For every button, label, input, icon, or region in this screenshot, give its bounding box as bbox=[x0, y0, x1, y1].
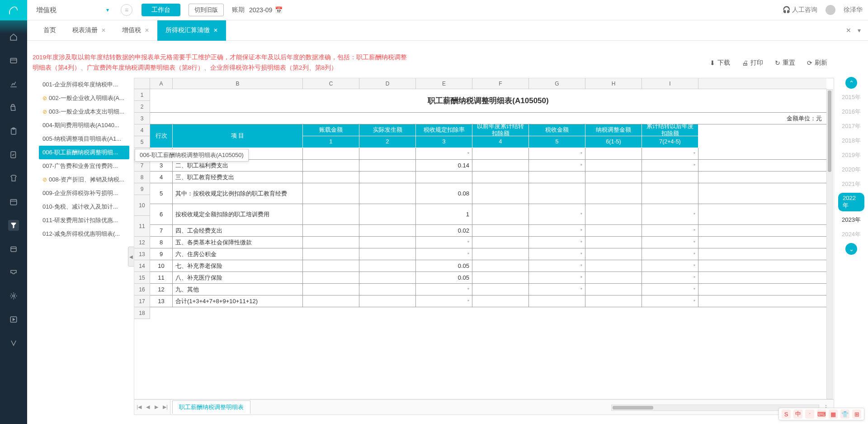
chart-icon[interactable] bbox=[8, 79, 19, 90]
cell[interactable] bbox=[359, 295, 416, 307]
cell[interactable] bbox=[585, 248, 642, 260]
row-header[interactable]: 10 bbox=[134, 195, 150, 216]
form-item[interactable]: ⊘008-资产折旧、摊销及纳税... bbox=[39, 173, 129, 186]
ime-button[interactable]: ⊞ bbox=[852, 410, 861, 419]
cell[interactable]: 0.05 bbox=[416, 260, 472, 272]
collapse-handle[interactable]: ◀ bbox=[128, 247, 134, 267]
cell[interactable] bbox=[472, 237, 529, 248]
print-button[interactable]: 🖨 打印 bbox=[742, 59, 763, 67]
form-item[interactable]: 007-广告费和业务宣传费跨... bbox=[39, 159, 129, 173]
cell-project[interactable]: 八、补充医疗保险 bbox=[173, 272, 303, 283]
cell[interactable] bbox=[303, 148, 359, 159]
year-item[interactable]: 2023年 bbox=[842, 214, 861, 226]
cell[interactable] bbox=[303, 295, 359, 307]
cell-rownum[interactable]: 8 bbox=[150, 237, 173, 248]
cell[interactable]: * bbox=[642, 284, 698, 295]
cell[interactable] bbox=[472, 272, 529, 283]
cell[interactable] bbox=[472, 160, 529, 171]
form-item[interactable]: 009-企业所得税弥补亏损明... bbox=[39, 186, 129, 200]
cell-project[interactable]: 七、补充养老保险 bbox=[173, 260, 303, 272]
cell-rownum[interactable]: 9 bbox=[150, 248, 173, 260]
year-item[interactable]: 2019年 bbox=[842, 149, 861, 161]
tax-type-selector[interactable]: 增值税▾ bbox=[33, 6, 113, 14]
cell[interactable] bbox=[585, 160, 642, 171]
cell[interactable] bbox=[585, 183, 642, 204]
cell[interactable] bbox=[642, 172, 698, 183]
avatar[interactable] bbox=[826, 5, 835, 15]
form-item[interactable]: ⊘002-一般企业收入明细表(A... bbox=[39, 91, 129, 105]
cell-rownum[interactable]: 5 bbox=[150, 183, 173, 204]
consult-link[interactable]: 🎧 人工咨询 bbox=[783, 6, 817, 14]
tab-close-icon[interactable]: ✕ bbox=[145, 27, 149, 33]
ime-button[interactable]: 中 bbox=[793, 410, 802, 419]
cell[interactable]: * bbox=[416, 284, 472, 295]
cell[interactable] bbox=[472, 260, 529, 272]
cell-project[interactable]: 其中：按税收规定比例扣除的职工教育经费 bbox=[173, 183, 303, 204]
workbench-button[interactable]: 工作台 bbox=[142, 4, 180, 16]
cell[interactable]: * bbox=[642, 237, 698, 248]
form-item[interactable]: 011-研发费用加计扣除优惠... bbox=[39, 214, 129, 227]
year-scroll-down[interactable]: ⌄ bbox=[845, 243, 857, 255]
cell[interactable] bbox=[303, 183, 359, 204]
cell[interactable]: 0.02 bbox=[416, 225, 472, 236]
cell[interactable]: * bbox=[642, 260, 698, 272]
period-value[interactable]: 2023-09 bbox=[249, 6, 272, 14]
col-header[interactable]: I bbox=[642, 78, 698, 89]
col-header[interactable]: C bbox=[303, 78, 359, 89]
cell[interactable] bbox=[472, 183, 529, 204]
cell[interactable]: * bbox=[529, 225, 585, 236]
cell[interactable] bbox=[472, 172, 529, 183]
year-scroll-up[interactable]: ⌃ bbox=[845, 77, 857, 89]
cell[interactable] bbox=[303, 284, 359, 295]
v-icon[interactable] bbox=[8, 338, 19, 348]
cell-project[interactable]: 按税收规定全额扣除的职工培训费用 bbox=[173, 204, 303, 224]
cell[interactable] bbox=[585, 148, 642, 159]
cell[interactable]: 0.08 bbox=[416, 183, 472, 204]
vertical-scrollbar[interactable] bbox=[826, 89, 833, 399]
col-header[interactable]: B bbox=[173, 78, 303, 89]
row-header[interactable]: 16 bbox=[134, 284, 150, 295]
year-item[interactable]: 2017年 bbox=[842, 120, 861, 132]
col-header[interactable]: A bbox=[150, 78, 173, 89]
cell[interactable]: * bbox=[416, 295, 472, 307]
cell[interactable] bbox=[585, 260, 642, 272]
cell[interactable] bbox=[472, 148, 529, 159]
ime-button[interactable]: S bbox=[782, 410, 791, 419]
cell[interactable] bbox=[303, 248, 359, 260]
switch-old-button[interactable]: 切到旧版 bbox=[189, 4, 224, 16]
form-item[interactable]: 004-期间费用明细表(A1040... bbox=[39, 119, 129, 132]
col-header[interactable]: E bbox=[416, 78, 472, 89]
cell[interactable] bbox=[303, 204, 359, 224]
form-item[interactable]: 012-减免所得税优惠明细表(... bbox=[39, 227, 129, 241]
cell-project[interactable]: 九、其他 bbox=[173, 284, 303, 295]
col-header[interactable]: F bbox=[472, 78, 529, 89]
cell[interactable] bbox=[472, 204, 529, 224]
cell[interactable] bbox=[529, 295, 585, 307]
year-item[interactable]: 2020年 bbox=[842, 164, 861, 176]
form-item[interactable]: 005-纳税调整项目明细表(A1... bbox=[39, 132, 129, 146]
row-header[interactable]: 5 bbox=[134, 136, 150, 148]
reset-button[interactable]: ↻ 重置 bbox=[775, 59, 795, 67]
cell[interactable]: * bbox=[642, 148, 698, 159]
cell[interactable] bbox=[585, 284, 642, 295]
cell[interactable]: * bbox=[529, 237, 585, 248]
calendar-picker-icon[interactable]: 📅 bbox=[275, 6, 283, 14]
cell[interactable] bbox=[585, 225, 642, 236]
cell-project[interactable]: 六、住房公积金 bbox=[173, 248, 303, 260]
cell[interactable]: * bbox=[642, 225, 698, 236]
row-header[interactable]: 1 bbox=[134, 89, 150, 101]
year-item[interactable]: 2018年 bbox=[842, 135, 861, 147]
cell-project[interactable]: 合计(1+3+4+7+8+9+10+11+12) bbox=[173, 295, 303, 307]
cell[interactable] bbox=[359, 172, 416, 183]
row-header[interactable]: 14 bbox=[134, 260, 150, 272]
cell[interactable]: * bbox=[642, 204, 698, 224]
ime-button[interactable]: ㆍ bbox=[805, 410, 814, 419]
year-item[interactable]: 2016年 bbox=[842, 106, 861, 118]
cell[interactable] bbox=[472, 225, 529, 236]
cell[interactable] bbox=[472, 295, 529, 307]
app-logo[interactable] bbox=[0, 0, 27, 20]
cell[interactable] bbox=[359, 225, 416, 236]
cell[interactable]: * bbox=[529, 260, 585, 272]
shirt-icon[interactable] bbox=[8, 173, 19, 184]
cell[interactable] bbox=[359, 148, 416, 159]
